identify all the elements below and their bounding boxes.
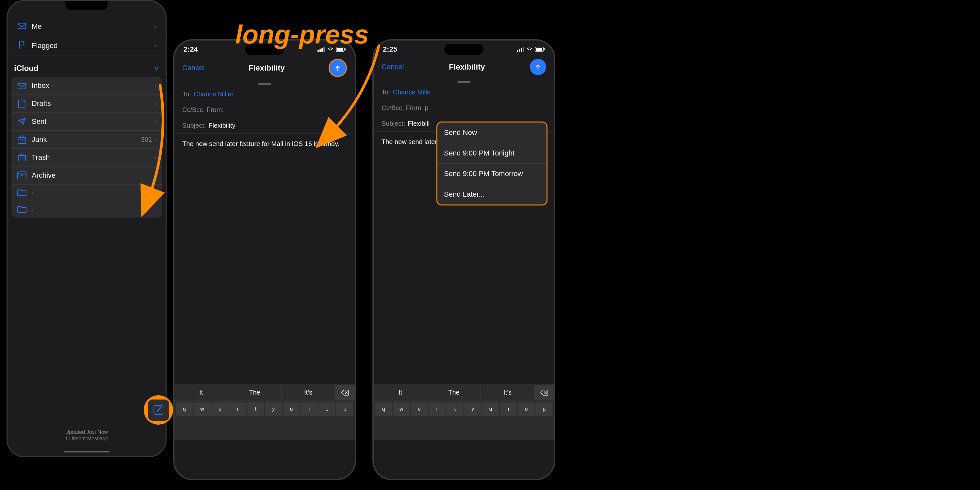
key-i[interactable]: i [301,402,318,416]
phone2-screen: 2:24 [173,39,356,480]
archive-label: Archive [32,171,154,180]
subject-value: Flexibility [208,122,235,129]
list-item[interactable]: Trash › [11,149,162,167]
key-i-3[interactable]: i [500,402,517,416]
phone3-cc-field[interactable]: Cc/Bcc, From: p [374,100,554,116]
key-q-3[interactable]: q [375,402,392,416]
icloud-items-list: Inbox › Drafts › [11,77,162,218]
backspace-icon-3 [540,390,548,396]
chevron-icon: › [154,82,156,89]
folder-icon [17,189,27,196]
unsent-message-text: 1 Unsent Message [65,436,108,442]
key-p[interactable]: p [336,402,353,416]
list-item[interactable]: Flagged › [11,36,162,56]
collapse-icon[interactable]: ∨ [154,64,159,72]
phone3: 2:25 [372,39,555,480]
inbox-me-icon [17,22,27,31]
phone3-compose-title: Flexibility [449,62,485,72]
suggestion-it-3[interactable]: It [374,385,427,400]
send-later-option[interactable]: Send Later... [438,184,547,205]
svg-rect-5 [18,156,25,161]
list-item[interactable]: › [11,185,162,201]
suggestion-it[interactable]: It [175,385,228,400]
key-y[interactable]: y [265,402,282,416]
svg-rect-15 [318,50,319,52]
key-u[interactable]: u [283,402,300,416]
phone3-compose-nav: Cancel Flexibility [374,56,554,80]
list-item[interactable]: › [11,201,162,218]
suggestion-its-3[interactable]: It's [481,385,535,400]
key-o-3[interactable]: o [518,402,535,416]
subject-value-3: Flexibili [408,120,430,127]
key-t[interactable]: t [247,402,264,416]
key-u-3[interactable]: u [482,402,500,416]
phone2: 2:24 [173,39,356,480]
phone1-screen: Me › Flagged › iCloud ∨ [6,0,167,457]
list-item[interactable]: Me › [11,18,162,36]
key-e-3[interactable]: e [410,402,428,416]
keyboard-back-icon[interactable] [335,385,355,400]
send-tonight-option[interactable]: Send 9:00 PM Tonight [438,143,547,164]
list-item[interactable]: Junk 301 › [11,130,162,149]
key-q[interactable]: q [176,402,193,416]
compose-button-inner[interactable] [148,399,169,421]
suggestion-the-3[interactable]: The [427,385,481,400]
send-now-option[interactable]: Send Now [438,123,547,143]
body-text: The new send later feature for Mail in i… [182,139,347,149]
icloud-section-title: iCloud [14,64,154,73]
chevron-icon: › [154,23,156,30]
key-t-3[interactable]: t [446,402,463,416]
phone2-body[interactable]: The new send later feature for Mail in i… [175,134,355,154]
list-item[interactable]: Inbox › [11,77,162,95]
send-tomorrow-option[interactable]: Send 9:00 PM Tomorrow [438,164,547,184]
top-items-list: Me › Flagged › [8,18,165,56]
junk-badge: 301 [141,136,152,143]
junk-icon [17,135,27,144]
keyboard-back-icon-3[interactable] [535,385,554,400]
chevron-icon: › [154,118,156,125]
subject-label: Subject: [182,122,206,129]
svg-rect-25 [523,47,524,52]
drafts-label: Drafts [32,99,154,108]
icloud-section-header: iCloud ∨ [8,60,165,75]
folder2-icon [17,206,27,213]
list-item[interactable]: Archive › [11,167,162,185]
suggestion-the[interactable]: The [228,385,282,400]
list-item[interactable]: Drafts › [11,95,162,113]
key-w[interactable]: w [194,402,211,416]
key-p-3[interactable]: p [535,402,553,416]
key-o[interactable]: o [318,402,336,416]
phone3-send-button[interactable] [530,59,546,75]
phone3-status-icons [517,47,545,52]
key-r-3[interactable]: r [429,402,446,416]
phone3-to-field[interactable]: To: Chance Mille [374,84,554,100]
chevron-icon: › [32,206,33,213]
chevron-icon: › [154,136,156,143]
phone2-to-field[interactable]: To: Chance Miller [175,87,355,102]
send-up-arrow-icon-3 [534,63,542,71]
phone3-statusbar: 2:25 [374,40,554,56]
svg-rect-28 [536,48,542,51]
phone2-cancel-button[interactable]: Cancel [182,64,205,72]
phone2-send-button[interactable] [329,60,346,76]
phone2-subject-field[interactable]: Subject: Flexibility [175,118,355,134]
trash-label: Trash [32,153,154,162]
inbox-icon [17,82,27,89]
suggestion-its[interactable]: It's [282,385,335,400]
phone2-cc-field[interactable]: Cc/Bcc, From: [175,102,355,118]
list-item[interactable]: Sent › [11,113,162,130]
key-y-3[interactable]: y [464,402,482,416]
phone3-cancel-button[interactable]: Cancel [382,63,404,71]
junk-label: Junk [32,135,141,144]
archive-icon [17,171,27,180]
key-e[interactable]: e [212,402,229,416]
to-value: Chance Miller [194,91,234,98]
drafts-icon [17,99,27,108]
key-w-3[interactable]: w [393,402,410,416]
me-label: Me [32,22,154,31]
phone2-keyboard-toolbar: It The It's q w e r t y [175,385,355,440]
icloud-section-container: iCloud ∨ Inbox › [8,60,165,218]
updated-text: Updated Just Now [65,429,108,435]
send-options-dropdown: Send Now Send 9:00 PM Tonight Send 9:00 … [436,121,547,205]
key-r[interactable]: r [229,402,247,416]
